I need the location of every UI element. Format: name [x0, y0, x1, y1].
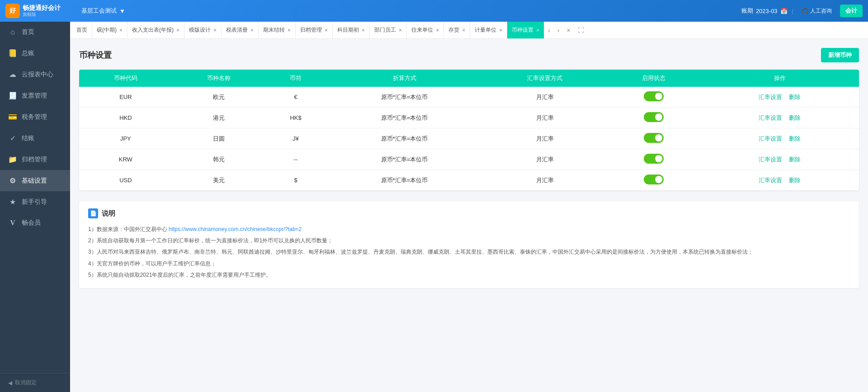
pin-label: 取消固定	[15, 379, 37, 387]
sidebar-item-reports[interactable]: ☁ 云报表中心	[0, 64, 70, 85]
rate-setting-link-2[interactable]: 汇率设置	[759, 135, 782, 142]
tab-label-inventory: 存货	[448, 26, 459, 34]
checkout-icon: ✓	[8, 134, 17, 142]
pin-icon: ◀	[8, 380, 12, 386]
notes-item-4: 5）系统只能自动抓取2021年度后的汇率，之前年度汇率需要用户手工维护。	[88, 269, 850, 281]
member-icon: V	[8, 219, 17, 227]
company-selector[interactable]: 基层工会测试 ▼	[78, 5, 129, 17]
rate-setting-link-4[interactable]: 汇率设置	[759, 177, 782, 184]
sidebar-item-guide[interactable]: ★ 新手引导	[0, 191, 70, 213]
table-row: EUR 欧元 € 原币*汇率=本位币 月汇率 汇率设置 删除	[79, 87, 859, 108]
period-value: 2023-03	[756, 8, 778, 14]
delete-link-3[interactable]: 删除	[789, 156, 801, 163]
pin-toggle[interactable]: ◀ 取消固定	[0, 373, 70, 392]
tab-close-subject-init[interactable]: ×	[362, 27, 365, 33]
notes-icon: 📄	[88, 208, 98, 218]
tab-currency[interactable]: 币种设置 ×	[507, 22, 544, 39]
toggle-enabled-3[interactable]	[644, 154, 664, 164]
period-label: 账期	[741, 7, 753, 15]
cell-status-2	[607, 128, 700, 149]
delete-link-1[interactable]: 删除	[789, 114, 801, 121]
calendar-icon[interactable]: 📅	[780, 8, 788, 14]
tab-close-dept-staff[interactable]: ×	[399, 27, 402, 33]
tab-close-annual-report[interactable]: ×	[176, 27, 179, 33]
currency-table: 币种代码 币种名称 币符 折算方式 汇率设置方式 启用状态 操作 EUR 欧元 …	[79, 70, 859, 190]
rate-setting-link-0[interactable]: 汇率设置	[759, 94, 782, 100]
tab-unit[interactable]: 计量单位 ×	[470, 22, 507, 39]
cell-rate-0: 月汇率	[482, 87, 607, 108]
notes-title-row: 📄 说明	[88, 208, 850, 218]
sidebar-label-invoice: 发票管理	[22, 92, 47, 100]
sidebar-item-home[interactable]: ⌂ 首页	[0, 22, 70, 43]
tab-close-tax-table[interactable]: ×	[250, 27, 254, 33]
tab-close-currency[interactable]: ×	[536, 27, 539, 33]
tab-label-template: 模版设计	[189, 26, 211, 34]
cell-rate-1: 月汇率	[482, 108, 607, 128]
tab-prev-btn[interactable]: ‹	[544, 22, 554, 39]
sidebar-item-checkout[interactable]: ✓ 结账	[0, 128, 70, 149]
sidebar-item-ledger[interactable]: 📒 总账	[0, 43, 70, 64]
home-icon: ⌂	[8, 28, 17, 36]
ledger-icon: 📒	[8, 49, 17, 57]
notes-link[interactable]: https://www.chinamoney.com.cn/chinese/bk…	[169, 226, 302, 232]
th-code: 币种代码	[79, 70, 172, 87]
cell-name-4: 美元	[172, 170, 265, 191]
delete-link-4[interactable]: 删除	[789, 177, 801, 184]
toggle-enabled-4[interactable]	[644, 175, 664, 184]
tab-annual-report[interactable]: 收入支出表(年报) ×	[127, 22, 184, 39]
tab-archive-mgmt[interactable]: 归档管理 ×	[296, 22, 333, 39]
delete-link-0[interactable]: 删除	[789, 94, 801, 100]
main-layout: ⌂ 首页 📒 总账 ☁ 云报表中心 🧾 发票管理 💳 税务管理 ✓ 结账 📁 归…	[0, 22, 868, 392]
tab-close-all-btn[interactable]: ×	[563, 22, 574, 39]
sidebar-item-archive[interactable]: 📁 归档管理	[0, 149, 70, 170]
table-row: USD 美元 $ 原币*汇率=本位币 月汇率 汇率设置 删除	[79, 170, 859, 191]
sidebar-item-member[interactable]: V 畅会员	[0, 213, 70, 233]
tab-label-midterm: 砚(中期)	[97, 26, 117, 34]
account-button[interactable]: 会计	[840, 5, 863, 17]
cell-code-0: EUR	[79, 87, 172, 108]
tab-label-unit: 计量单位	[475, 26, 496, 34]
tab-close-period-end[interactable]: ×	[288, 27, 291, 33]
notes-item-2: 3）人民币对马来西亚林吉特、俄罗斯卢布、南非兰特、韩元、阿联酋迪拉姆、沙特里亚尔…	[88, 246, 850, 258]
tab-dept-staff[interactable]: 部门员工 ×	[370, 22, 407, 39]
tab-counterpart[interactable]: 往来单位 ×	[407, 22, 444, 39]
delete-link-2[interactable]: 删除	[789, 135, 801, 142]
tab-period-end[interactable]: 期末结转 ×	[259, 22, 296, 39]
tab-close-archive-mgmt[interactable]: ×	[325, 27, 328, 33]
toggle-enabled-1[interactable]	[644, 112, 664, 122]
toggle-enabled-0[interactable]	[644, 91, 664, 101]
tab-template[interactable]: 模版设计 ×	[184, 22, 222, 39]
tab-label-tax-table: 税表清册	[226, 26, 248, 34]
help-button[interactable]: 🎧 人工咨询	[798, 5, 835, 17]
sidebar-item-invoice[interactable]: 🧾 发票管理	[0, 85, 70, 106]
sidebar-label-guide: 新手引导	[22, 198, 47, 206]
notes-title: 说明	[102, 209, 115, 218]
table-row: JPY 日圆 J¥ 原币*汇率=本位币 月汇率 汇率设置 删除	[79, 128, 859, 149]
tab-home[interactable]: 首页	[72, 22, 92, 39]
sidebar-item-settings[interactable]: ⚙ 基础设置	[0, 170, 70, 191]
toggle-enabled-2[interactable]	[644, 133, 664, 143]
tab-expand-btn[interactable]: ⛶	[574, 22, 588, 39]
new-currency-button[interactable]: 新增币种	[821, 48, 859, 62]
cell-code-2: JPY	[79, 128, 172, 149]
tab-next-btn[interactable]: ›	[554, 22, 563, 39]
tab-tax-table[interactable]: 税表清册 ×	[222, 22, 259, 39]
tab-close-inventory[interactable]: ×	[462, 27, 465, 33]
tab-inventory[interactable]: 存货 ×	[444, 22, 470, 39]
tab-close-template[interactable]: ×	[213, 27, 217, 33]
tab-close-counterpart[interactable]: ×	[436, 27, 439, 33]
tab-close-unit[interactable]: ×	[499, 27, 502, 33]
tab-close-midterm[interactable]: ×	[119, 27, 123, 33]
rate-setting-link-3[interactable]: 汇率设置	[759, 156, 782, 163]
cell-code-1: HKD	[79, 108, 172, 128]
cell-rate-3: 月汇率	[482, 149, 607, 170]
tab-midterm[interactable]: 砚(中期) ×	[92, 22, 127, 39]
tab-subject-init[interactable]: 科目期初 ×	[333, 22, 370, 39]
guide-icon: ★	[8, 198, 17, 206]
sidebar-item-tax[interactable]: 💳 税务管理	[0, 106, 70, 128]
cell-symbol-1: HK$	[265, 108, 326, 128]
tab-label-home: 首页	[76, 26, 87, 34]
rate-setting-link-1[interactable]: 汇率设置	[759, 114, 782, 121]
sidebar-label-reports: 云报表中心	[22, 71, 53, 79]
content-area: 首页 砚(中期) × 收入支出表(年报) × 模版设计 × 税表清册 × 期末结…	[70, 22, 868, 392]
